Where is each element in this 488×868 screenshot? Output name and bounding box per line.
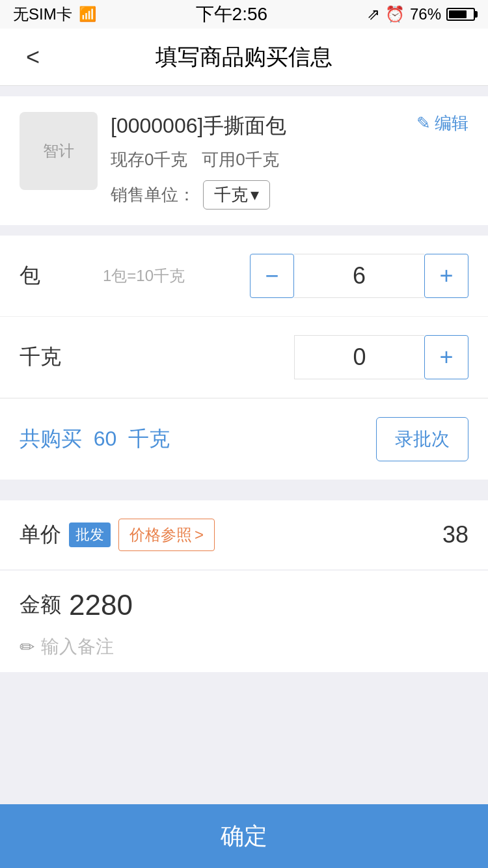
wifi-icon: 📶 [79,6,96,23]
product-info: [0000006]手撕面包 现存0千克 可用0千克 销售单位： 千克 ▾ [111,112,468,210]
product-logo: 智计 [43,141,74,161]
remark-placeholder: 输入备注 [41,634,114,659]
status-right: ⇗ ⏰ 76% [367,5,475,23]
price-ref-label: 价格参照 [129,524,192,545]
unit-bao-sublabel: 1包=10千克 [103,265,250,286]
price-ref-button[interactable]: 价格参照 > [118,519,215,551]
edit-label: 编辑 [435,112,468,135]
status-bar: 无SIM卡 📶 下午2:56 ⇗ ⏰ 76% [0,0,488,29]
qty-input-kg[interactable] [294,335,424,379]
product-image: 智计 [20,112,98,190]
battery-percent: 76% [410,5,441,23]
nav-bar: < 填写商品购买信息 [0,29,488,86]
separator-2 [0,480,488,490]
total-amount: 60 [94,427,117,450]
unit-kg-label: 千克 [20,343,98,372]
product-unit: 销售单位： 千克 ▾ [111,180,468,210]
page-title: 填写商品购买信息 [156,42,332,72]
unit-bao-label: 包 [20,262,98,290]
qty-controls-bao: − + [250,254,468,298]
status-left: 无SIM卡 📶 [13,4,96,25]
amount-section: 金额 2280 ✏ 输入备注 [0,571,488,672]
location-icon: ⇗ [367,5,380,23]
battery-fill [449,10,467,18]
price-ref-arrow-icon: > [195,526,204,544]
back-button[interactable]: < [20,37,46,77]
unit-value: 千克 [214,183,248,206]
unit-label: 销售单位： [111,183,195,206]
quantity-section: 包 1包=10千克 − + 千克 + 共购买 60 千克 录批次 [0,236,488,480]
status-time: 下午2:56 [196,2,268,27]
amount-value: 2280 [69,589,133,621]
alarm-icon: ⏰ [385,5,405,23]
dropdown-arrow-icon: ▾ [251,185,259,205]
separator-1 [0,225,488,236]
decrement-bao-button[interactable]: − [250,254,294,298]
increment-kg-button[interactable]: + [424,335,468,379]
edit-icon: ✎ [416,113,431,133]
batch-button[interactable]: 录批次 [376,417,468,461]
wholesale-badge: 批发 [69,522,111,547]
total-text: 共购买 60 千克 [20,425,170,454]
amount-label: 金额 [20,591,61,619]
remark-icon: ✏ [20,636,34,658]
product-stock: 现存0千克 可用0千克 [111,148,468,171]
price-value: 38 [442,521,468,549]
qty-input-bao[interactable] [294,254,424,298]
quantity-row-bao: 包 1包=10千克 − + [0,236,488,317]
product-card: 智计 [0000006]手撕面包 现存0千克 可用0千克 销售单位： 千克 ▾ … [0,96,488,225]
amount-row: 金额 2280 [20,589,468,621]
available-text: 可用0千克 [202,150,278,169]
price-section: 单价 批发 价格参照 > 38 [0,500,488,569]
quantity-row-kg: 千克 + [0,317,488,398]
total-section: 共购买 60 千克 录批次 [0,398,488,480]
unit-selector[interactable]: 千克 ▾ [203,180,270,210]
product-name: [0000006]手撕面包 [111,112,468,141]
battery-icon [446,8,475,21]
confirm-button[interactable]: 确定 [0,804,488,868]
price-left: 单价 批发 价格参照 > [20,519,215,551]
edit-button[interactable]: ✎ 编辑 [416,112,468,135]
total-unit: 千克 [128,427,170,450]
price-label: 单价 [20,521,61,549]
remark-row[interactable]: ✏ 输入备注 [20,634,468,659]
carrier-text: 无SIM卡 [13,4,72,25]
qty-controls-kg: + [294,335,468,379]
stock-text: 现存0千克 [111,150,187,169]
total-prefix: 共购买 [20,427,82,450]
increment-bao-button[interactable]: + [424,254,468,298]
